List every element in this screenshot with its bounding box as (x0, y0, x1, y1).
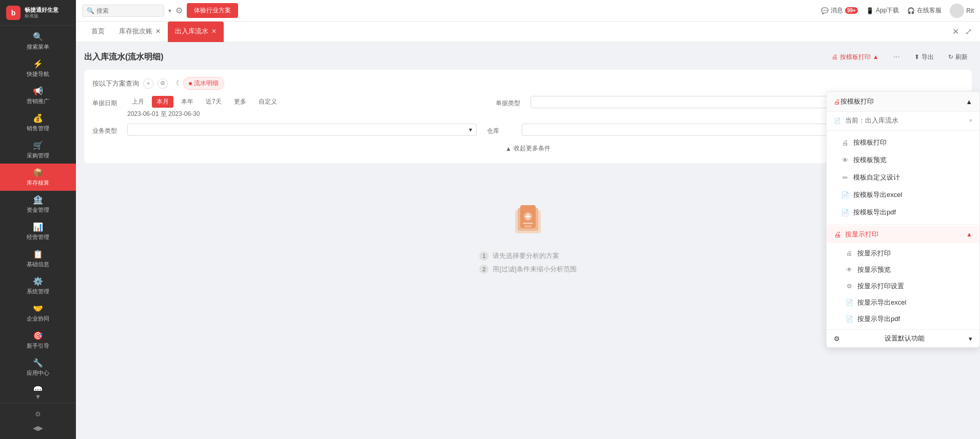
filter-settings-btn[interactable]: ⚙ (158, 78, 168, 89)
filter-business-type-control: ▾ (127, 124, 477, 136)
logo-text: 畅捷通好生意 标准版 (25, 6, 58, 19)
topbar-search-box[interactable]: 🔍 (82, 5, 164, 17)
close-window-icon[interactable]: ✕ (952, 27, 959, 36)
sidebar-item-marketing[interactable]: 📢 营销推广 (0, 82, 76, 109)
print-template-btn[interactable]: 🖨 按模板打印 ▲ (828, 51, 883, 64)
empty-steps: 1 请先选择要分析的方案 2 用[过滤]条件来缩小分析范围 (479, 251, 576, 274)
template-print-icon: 🖨 (841, 138, 849, 147)
basic-icon: 📋 (33, 249, 43, 259)
sidebar-scroll-down[interactable]: ▼ (0, 391, 76, 403)
dropdown-panel-header: 🖨 按模板打印 ▲ (827, 92, 979, 112)
step-2-text: 用[过滤]条件来缩小分析范围 (493, 265, 576, 274)
dropdown-item-template-print[interactable]: 🖨 按模板打印 (827, 134, 979, 151)
tab-bar: 首页 库存批次账 ✕ 出入库流水 ✕ ✕ ⤢ (76, 22, 980, 42)
filter-tag: 流水明细 (183, 77, 224, 90)
dropdown-item-template-pdf[interactable]: 📄 按模板导出pdf (827, 204, 979, 221)
filter-warehouse-control: ··· (522, 124, 871, 136)
filter-bill-type-label: 单据类型 (496, 96, 526, 108)
sidebar-item-wechat[interactable]: 💬 企业微信 (0, 381, 76, 391)
cooperation-icon: 🤝 (33, 304, 43, 313)
tab-inventory-batch-close[interactable]: ✕ (155, 28, 161, 35)
sidebar-item-purchase[interactable]: 🛒 采购管理 (0, 136, 76, 164)
print-dropdown-panel: 🖨 按模板打印 ▲ 📄 当前：出入库流水 ▾ 🖨 按模板打印 (826, 91, 980, 348)
filter-date-control: 上月 本月 本年 近7天 更多 自定义 2023-06-01 至 2023-06… (127, 96, 485, 118)
tab-home[interactable]: 首页 (84, 22, 112, 42)
online-service-btn[interactable]: 🎧 在线客服 (907, 6, 942, 15)
tab-in-out-flow[interactable]: 出入库流水 ✕ (168, 22, 224, 42)
filter-collapse-btn[interactable]: 《 (173, 79, 179, 88)
topbar-search-dropdown[interactable]: ▾ (168, 7, 171, 14)
logo-area: b 畅捷通好生意 标准版 (0, 0, 76, 26)
filter-add-btn[interactable]: ＋ (143, 78, 153, 89)
template-custom-icon: ✏ (841, 173, 849, 182)
sidebar-item-system[interactable]: ⚙️ 系统管理 (0, 272, 76, 300)
sidebar-item-quick-nav[interactable]: ⚡ 快捷导航 (0, 55, 76, 82)
sidebar-item-apps[interactable]: 🔧 应用中心 (0, 354, 76, 381)
sidebar-item-finance[interactable]: 🏦 资金管理 (0, 191, 76, 218)
svg-rect-6 (523, 223, 533, 224)
sidebar-item-cooperation[interactable]: 🤝 企业协同 (0, 300, 76, 327)
date-btn-7days[interactable]: 近7天 (201, 96, 226, 108)
current-template-item[interactable]: 📄 当前：出入库流水 ▾ (827, 112, 979, 129)
dropdown-section-2: 🖨 按显示打印 👁 按显示预览 ⚙ 按显示打印设置 📄 按显示导出excel (827, 243, 979, 329)
warehouse-select[interactable]: ··· (522, 124, 871, 136)
dropdown-item-display-print[interactable]: 🖨 按显示打印 (827, 245, 979, 262)
date-btn-custom[interactable]: 自定义 (254, 96, 282, 108)
dropdown-item-display-excel[interactable]: 📄 按显示导出excel (827, 294, 979, 311)
tab-inventory-batch[interactable]: 库存批次账 ✕ (112, 22, 168, 42)
sidebar-item-label: 搜索菜单 (27, 43, 49, 51)
marketing-icon: 📢 (33, 86, 43, 96)
filter-header: 按以下方案查询 ＋ ⚙ 《 流水明细 (92, 77, 964, 90)
filter-warehouse-field: 仓库 ··· (487, 124, 871, 136)
svg-rect-7 (524, 226, 532, 227)
sidebar-item-search-menu[interactable]: 🔍 搜索菜单 (0, 28, 76, 55)
sidebar-item-guide[interactable]: 🎯 新手引导 (0, 327, 76, 354)
divider-2 (827, 224, 979, 225)
business-type-dropdown-icon: ▾ (469, 126, 472, 133)
dropdown-section-1: 🖨 按模板打印 👁 按模板预览 ✏ 模板自定义设计 📄 按模板导出excel (827, 132, 979, 223)
chevron-up-icon: ▲ (873, 53, 879, 61)
display-print-section-header[interactable]: 🖨 按显示打印 ▲ (827, 226, 979, 243)
date-range-value: 2023-06-01 至 2023-06-30 (127, 110, 200, 118)
filter-warehouse-label: 仓库 (487, 124, 518, 135)
date-range-input: 2023-06-01 至 2023-06-30 (127, 110, 485, 118)
dropdown-item-template-custom[interactable]: ✏ 模板自定义设计 (827, 169, 979, 186)
date-btn-this-year[interactable]: 本年 (177, 96, 198, 108)
dropdown-footer[interactable]: ⚙ 设置默认功能 ▾ (827, 329, 979, 347)
export-btn[interactable]: ⬆ 导出 (910, 51, 938, 64)
date-btn-last-month[interactable]: 上月 (127, 96, 149, 108)
date-btn-this-month[interactable]: 本月 (152, 96, 173, 108)
message-btn[interactable]: 💬 消息 99+ (821, 6, 858, 15)
expand-window-icon[interactable]: ⤢ (965, 27, 972, 36)
app-download-btn[interactable]: 📱 App下载 (866, 6, 899, 15)
sidebar-collapse-btn[interactable]: ◀▶ (0, 421, 76, 435)
dropdown-item-display-preview[interactable]: 👁 按显示预览 (827, 262, 979, 278)
display-print-section-arrow: ▲ (966, 231, 972, 238)
current-template-label: 当前：出入库流水 (845, 116, 898, 125)
app-download-label: App下载 (876, 6, 899, 15)
sidebar-item-sales[interactable]: 💰 销售管理 (0, 109, 76, 136)
actions-more-btn[interactable]: ··· (889, 50, 904, 64)
topbar-settings-icon[interactable]: ⚙ (175, 6, 183, 15)
dropdown-item-display-print-settings[interactable]: ⚙ 按显示打印设置 (827, 278, 979, 294)
sidebar-settings-btn[interactable]: ⚙ (0, 407, 76, 421)
current-template-icon: 📄 (834, 117, 841, 124)
trial-btn[interactable]: 体验行业方案 (187, 3, 238, 18)
business-type-select[interactable]: ▾ (127, 124, 477, 136)
page-title: 出入库流水(流水明细) (84, 52, 164, 63)
refresh-btn[interactable]: ↻ 刷新 (944, 51, 972, 64)
tab-in-out-flow-close[interactable]: ✕ (211, 28, 217, 35)
page-title-bar: 出入库流水(流水明细) 🖨 按模板打印 ▲ ··· ⬆ 导出 ↻ 刷新 (84, 50, 972, 64)
step-1-text: 请先选择要分析的方案 (493, 251, 559, 261)
dropdown-item-display-pdf[interactable]: 📄 按显示导出pdf (827, 311, 979, 327)
user-avatar-btn[interactable]: Rit (950, 4, 974, 18)
dropdown-item-template-excel[interactable]: 📄 按模板导出excel (827, 186, 979, 204)
collapse-up-icon: ▲ (505, 145, 512, 152)
dropdown-item-template-preview[interactable]: 👁 按模板预览 (827, 151, 979, 169)
search-input[interactable] (96, 7, 160, 14)
date-btn-more[interactable]: 更多 (229, 96, 251, 108)
sidebar-item-basic[interactable]: 📋 基础信息 (0, 245, 76, 272)
dropdown-panel-title: 按模板打印 (840, 97, 874, 106)
sidebar-item-operations[interactable]: 📊 经营管理 (0, 218, 76, 245)
sidebar-item-inventory[interactable]: 📦 库存核算 (0, 164, 76, 191)
